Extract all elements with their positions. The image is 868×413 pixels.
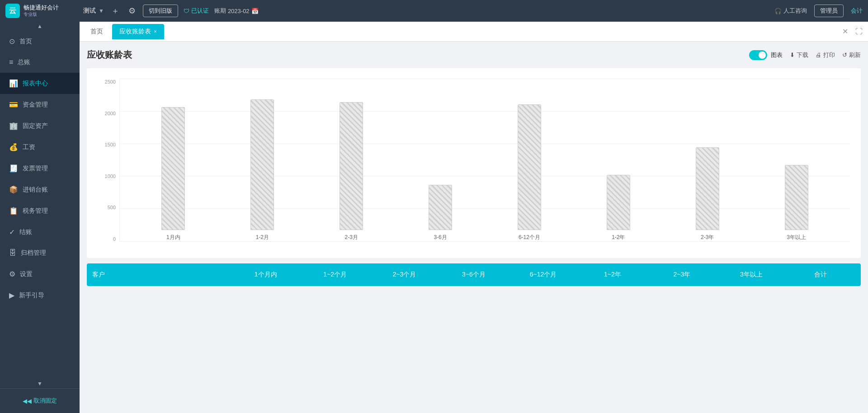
archive-icon: 🗄 xyxy=(9,249,16,257)
sidebar-label-assets: 固定资产 xyxy=(23,122,48,130)
col-6-12m: 6~12个月 xyxy=(509,271,578,279)
sidebar-label-salary: 工资 xyxy=(23,143,35,151)
logo-icon: 云 xyxy=(5,4,20,18)
home-icon: ⊙ xyxy=(9,37,15,46)
tab-close-icon[interactable]: × xyxy=(154,28,157,35)
sidebar-label-settle: 结账 xyxy=(19,228,32,236)
customer-service-btn[interactable]: 🎧 人工咨询 xyxy=(774,7,807,15)
company-selector[interactable]: 测试 ▼ xyxy=(83,7,104,15)
chart-y-axis: 0 500 1000 1500 2000 2500 xyxy=(98,79,119,242)
bar-group-3y-plus: 3年以上 xyxy=(752,79,841,241)
sidebar-item-salary[interactable]: 💰 工资 xyxy=(0,136,80,158)
sidebar-item-guide[interactable]: ▶ 新手引导 xyxy=(0,285,80,306)
cancel-fixed-button[interactable]: ◀◀ 取消固定 xyxy=(19,393,61,408)
tax-icon: 📋 xyxy=(9,206,18,215)
calendar-icon[interactable]: 📅 xyxy=(251,8,259,14)
switch-old-button[interactable]: 切到旧版 xyxy=(143,5,178,17)
sidebar-item-settle[interactable]: ✓ 结账 xyxy=(0,221,80,243)
sales-icon: 📦 xyxy=(9,185,18,194)
settings-icon: ⚙ xyxy=(9,270,15,278)
sidebar-item-assets[interactable]: 🏢 固定资产 xyxy=(0,115,80,136)
report-actions: 图表 ⬇ 下载 🖨 打印 ↺ 刷新 xyxy=(749,50,861,60)
tab-bar: 首页 应收账龄表 × ✕ ⛶ xyxy=(80,22,868,42)
logo-area: 云 畅捷通好会计 专业版 xyxy=(5,4,78,18)
shield-icon: 🛡 xyxy=(184,8,189,14)
bar-group-2-3m: 2-3月 xyxy=(307,79,396,241)
print-button[interactable]: 🖨 打印 xyxy=(816,51,835,59)
sidebar-label-ledger: 总账 xyxy=(18,58,30,66)
sidebar-item-invoice[interactable]: 🧾 发票管理 xyxy=(0,158,80,179)
guide-icon: ▶ xyxy=(9,291,14,300)
content-area: 首页 应收账龄表 × ✕ ⛶ 应收账龄表 图表 xyxy=(80,22,868,413)
tab-ar-aging[interactable]: 应收账龄表 × xyxy=(112,24,164,39)
sidebar-item-home[interactable]: ⊙ 首页 xyxy=(0,31,80,52)
headset-icon: 🎧 xyxy=(774,8,782,14)
sidebar-scroll-down[interactable]: ▼ xyxy=(0,379,80,388)
tab-home[interactable]: 首页 xyxy=(83,24,110,39)
sidebar-item-settings[interactable]: ⚙ 设置 xyxy=(0,263,80,285)
y-label-1000: 1000 xyxy=(98,174,119,179)
bar-1m xyxy=(161,107,185,230)
bar-label-6-12m: 6-12个月 xyxy=(519,234,540,241)
col-3-6m: 3~6个月 xyxy=(439,271,508,279)
col-total: 合计 xyxy=(786,271,855,279)
print-icon: 🖨 xyxy=(816,52,821,58)
sidebar-label-report: 报表中心 xyxy=(23,80,48,88)
y-label-500: 500 xyxy=(98,205,119,210)
bar-label-1-2m: 1-2月 xyxy=(256,234,269,241)
sidebar-item-report[interactable]: 📊 报表中心 xyxy=(0,73,80,94)
sidebar-label-settings: 设置 xyxy=(20,270,33,278)
sidebar-item-archive[interactable]: 🗄 归档管理 xyxy=(0,243,80,263)
add-button[interactable]: ＋ xyxy=(109,4,121,18)
capital-icon: 💳 xyxy=(9,100,18,109)
chart-toggle[interactable] xyxy=(749,50,767,60)
refresh-icon: ↺ xyxy=(842,52,847,58)
logo-text: 畅捷通好会计 xyxy=(24,4,59,11)
y-label-1500: 1500 xyxy=(98,142,119,147)
bar-label-3-6m: 3-6月 xyxy=(434,234,447,241)
sidebar-item-capital[interactable]: 💳 资金管理 xyxy=(0,94,80,115)
sidebar-item-ledger[interactable]: ≡ 总账 xyxy=(0,52,80,73)
bar-2-3y xyxy=(696,147,719,230)
bar-label-2-3m: 2-3月 xyxy=(345,234,358,241)
assets-icon: 🏢 xyxy=(9,122,18,130)
bar-label-2-3y: 2-3年 xyxy=(701,234,714,241)
sidebar: ▲ ⊙ 首页 ≡ 总账 📊 报表中心 💳 资金管理 🏢 固定资产 xyxy=(0,22,80,413)
tab-expand-button[interactable]: ⛶ xyxy=(854,26,864,38)
sidebar-label-guide: 新手引导 xyxy=(19,291,44,300)
bar-group-1-2y: 1-2年 xyxy=(574,79,663,241)
settings-icon-button[interactable]: ⚙ xyxy=(127,4,137,18)
col-1-2y: 1~2年 xyxy=(578,271,647,279)
sidebar-scroll-up[interactable]: ▲ xyxy=(0,22,80,31)
bar-group-1m: 1月内 xyxy=(129,79,218,241)
user-button[interactable]: 管理员 xyxy=(814,5,844,17)
bar-6-12m xyxy=(518,104,541,230)
chart-bars: 1月内 1-2月 2-3月 xyxy=(120,79,850,241)
download-button[interactable]: ⬇ 下载 xyxy=(790,51,808,59)
tab-close-button[interactable]: ✕ xyxy=(840,25,850,38)
y-label-2500: 2500 xyxy=(98,79,119,84)
sidebar-label-sales: 进销台账 xyxy=(23,186,48,194)
invoice-icon: 🧾 xyxy=(9,164,18,173)
role-label[interactable]: 会计 xyxy=(851,7,863,15)
page-content: 应收账龄表 图表 ⬇ 下载 🖨 打印 ↺ xyxy=(80,42,868,413)
col-1-2m: 1~2个月 xyxy=(300,271,369,279)
bar-label-3y-plus: 3年以上 xyxy=(787,234,806,241)
logo-sub: 专业版 xyxy=(24,11,59,18)
sidebar-item-sales[interactable]: 📦 进销台账 xyxy=(0,179,80,200)
col-3y-plus: 3年以上 xyxy=(717,271,786,279)
topbar-right: 🎧 人工咨询 管理员 会计 xyxy=(774,5,863,17)
sidebar-nav: ⊙ 首页 ≡ 总账 📊 报表中心 💳 资金管理 🏢 固定资产 💰 工资 xyxy=(0,31,80,379)
settle-icon: ✓ xyxy=(9,228,15,236)
refresh-button[interactable]: ↺ 刷新 xyxy=(842,51,861,59)
tab-bar-right: ✕ ⛶ xyxy=(840,25,864,38)
salary-icon: 💰 xyxy=(9,143,18,151)
sidebar-label-invoice: 发票管理 xyxy=(23,164,48,173)
data-table: 客户 1个月内 1~2个月 2~3个月 3~6个月 6~12个月 1~2年 2~… xyxy=(87,263,861,286)
chart-plot: 1月内 1-2月 2-3月 xyxy=(119,79,850,242)
main-layout: ▲ ⊙ 首页 ≡ 总账 📊 报表中心 💳 资金管理 🏢 固定资产 xyxy=(0,22,868,413)
sidebar-label-capital: 资金管理 xyxy=(23,101,48,109)
sidebar-item-tax[interactable]: 📋 税务管理 xyxy=(0,200,80,221)
bar-1-2y xyxy=(607,175,630,230)
certified-badge: 🛡 已认证 xyxy=(184,7,209,15)
